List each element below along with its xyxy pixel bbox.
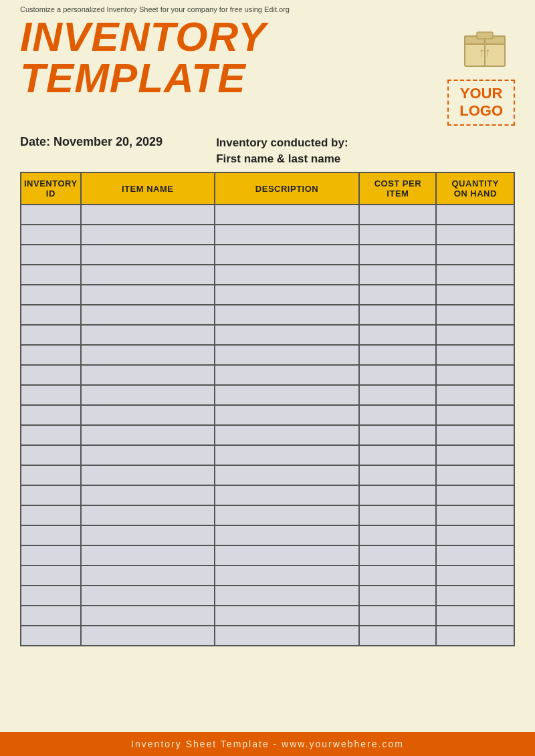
table-cell[interactable] (359, 545, 436, 565)
table-cell[interactable] (21, 305, 81, 325)
table-cell[interactable] (215, 345, 360, 365)
table-cell[interactable] (21, 545, 81, 565)
logo-box[interactable]: YOUR LOGO (447, 80, 515, 126)
table-cell[interactable] (81, 525, 215, 545)
table-cell[interactable] (215, 325, 360, 345)
table-cell[interactable] (436, 626, 514, 646)
table-cell[interactable] (215, 425, 360, 445)
table-cell[interactable] (215, 606, 360, 626)
table-cell[interactable] (359, 485, 436, 505)
table-cell[interactable] (81, 565, 215, 586)
table-cell[interactable] (81, 365, 215, 385)
table-cell[interactable] (436, 345, 514, 365)
table-cell[interactable] (359, 245, 436, 265)
table-cell[interactable] (359, 465, 436, 485)
table-cell[interactable] (215, 265, 360, 285)
table-cell[interactable] (359, 305, 436, 325)
table-cell[interactable] (81, 285, 215, 305)
table-cell[interactable] (359, 365, 436, 385)
table-cell[interactable] (21, 525, 81, 545)
table-cell[interactable] (436, 586, 514, 606)
table-cell[interactable] (436, 205, 514, 225)
table-cell[interactable] (215, 205, 360, 225)
table-cell[interactable] (81, 485, 215, 505)
table-cell[interactable] (359, 626, 436, 646)
table-cell[interactable] (21, 626, 81, 646)
table-cell[interactable] (215, 525, 360, 545)
table-cell[interactable] (81, 445, 215, 465)
table-cell[interactable] (436, 245, 514, 265)
table-cell[interactable] (21, 245, 81, 265)
table-cell[interactable] (359, 525, 436, 545)
table-cell[interactable] (81, 225, 215, 245)
table-cell[interactable] (215, 285, 360, 305)
table-cell[interactable] (81, 345, 215, 365)
table-cell[interactable] (81, 245, 215, 265)
table-cell[interactable] (359, 385, 436, 405)
table-cell[interactable] (21, 445, 81, 465)
table-cell[interactable] (359, 405, 436, 425)
table-cell[interactable] (436, 225, 514, 245)
table-cell[interactable] (81, 465, 215, 485)
table-cell[interactable] (81, 385, 215, 405)
table-cell[interactable] (81, 205, 215, 225)
table-cell[interactable] (21, 505, 81, 525)
table-cell[interactable] (215, 545, 360, 565)
table-cell[interactable] (436, 385, 514, 405)
table-cell[interactable] (21, 225, 81, 245)
table-cell[interactable] (21, 365, 81, 385)
table-cell[interactable] (21, 405, 81, 425)
table-cell[interactable] (81, 626, 215, 646)
table-cell[interactable] (21, 425, 81, 445)
table-cell[interactable] (436, 365, 514, 385)
table-cell[interactable] (215, 365, 360, 385)
table-cell[interactable] (21, 265, 81, 285)
table-cell[interactable] (359, 325, 436, 345)
table-cell[interactable] (81, 425, 215, 445)
table-cell[interactable] (359, 425, 436, 445)
table-cell[interactable] (21, 565, 81, 586)
table-cell[interactable] (436, 285, 514, 305)
table-cell[interactable] (21, 345, 81, 365)
table-cell[interactable] (436, 405, 514, 425)
table-cell[interactable] (436, 606, 514, 626)
table-cell[interactable] (359, 565, 436, 586)
table-cell[interactable] (21, 465, 81, 485)
table-cell[interactable] (215, 586, 360, 606)
table-cell[interactable] (21, 325, 81, 345)
table-cell[interactable] (21, 485, 81, 505)
table-cell[interactable] (81, 325, 215, 345)
table-cell[interactable] (215, 405, 360, 425)
table-cell[interactable] (359, 265, 436, 285)
table-cell[interactable] (215, 485, 360, 505)
table-cell[interactable] (21, 385, 81, 405)
table-cell[interactable] (359, 505, 436, 525)
table-cell[interactable] (215, 225, 360, 245)
table-cell[interactable] (215, 445, 360, 465)
table-cell[interactable] (21, 586, 81, 606)
table-cell[interactable] (436, 545, 514, 565)
table-cell[interactable] (81, 405, 215, 425)
table-cell[interactable] (21, 606, 81, 626)
table-cell[interactable] (359, 205, 436, 225)
table-cell[interactable] (436, 505, 514, 525)
table-cell[interactable] (359, 606, 436, 626)
table-cell[interactable] (359, 586, 436, 606)
table-cell[interactable] (21, 205, 81, 225)
table-cell[interactable] (436, 525, 514, 545)
table-cell[interactable] (359, 285, 436, 305)
table-cell[interactable] (81, 505, 215, 525)
table-cell[interactable] (359, 345, 436, 365)
table-cell[interactable] (436, 565, 514, 586)
table-cell[interactable] (215, 305, 360, 325)
table-cell[interactable] (21, 285, 81, 305)
table-cell[interactable] (436, 465, 514, 485)
table-cell[interactable] (436, 265, 514, 285)
table-cell[interactable] (436, 305, 514, 325)
table-cell[interactable] (81, 265, 215, 285)
table-cell[interactable] (81, 586, 215, 606)
table-cell[interactable] (81, 305, 215, 325)
table-cell[interactable] (215, 245, 360, 265)
table-cell[interactable] (215, 626, 360, 646)
table-cell[interactable] (215, 385, 360, 405)
